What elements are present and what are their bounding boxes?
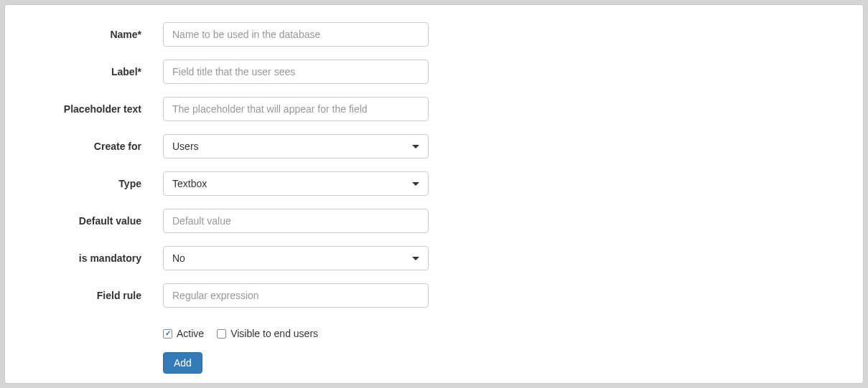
checkbox-row: Active Visible to end users bbox=[163, 328, 849, 339]
label-type: Type bbox=[19, 178, 163, 189]
type-value: Textbox bbox=[172, 178, 207, 189]
caret-down-icon bbox=[412, 145, 419, 148]
label-label: Label* bbox=[19, 66, 163, 77]
is-mandatory-select[interactable]: No bbox=[163, 246, 429, 270]
row-placeholder-text: Placeholder text bbox=[19, 97, 849, 121]
label-name: Name* bbox=[19, 29, 163, 40]
button-row: Add bbox=[163, 352, 849, 374]
add-button[interactable]: Add bbox=[163, 352, 202, 374]
row-name: Name* bbox=[19, 22, 849, 47]
row-default-value: Default value bbox=[19, 209, 849, 233]
label-input[interactable] bbox=[163, 60, 429, 84]
label-is-mandatory: is mandatory bbox=[19, 252, 163, 264]
row-is-mandatory: is mandatory No bbox=[19, 246, 849, 270]
row-field-rule: Field rule bbox=[19, 283, 849, 308]
name-input[interactable] bbox=[163, 22, 429, 47]
active-checkbox-item[interactable]: Active bbox=[163, 328, 204, 339]
row-type: Type Textbox bbox=[19, 171, 849, 196]
field-rule-input[interactable] bbox=[163, 283, 429, 308]
visible-checkbox[interactable] bbox=[217, 329, 226, 339]
active-checkbox[interactable] bbox=[163, 329, 172, 339]
row-label: Label* bbox=[19, 60, 849, 84]
label-placeholder-text: Placeholder text bbox=[19, 103, 163, 115]
label-default-value: Default value bbox=[19, 215, 163, 227]
visible-label: Visible to end users bbox=[230, 328, 318, 339]
visible-checkbox-item[interactable]: Visible to end users bbox=[217, 328, 318, 339]
label-create-for: Create for bbox=[19, 141, 163, 152]
caret-down-icon bbox=[412, 182, 419, 186]
label-field-rule: Field rule bbox=[19, 290, 163, 301]
form-panel: Name* Label* Placeholder text Create for… bbox=[4, 4, 864, 384]
row-create-for: Create for Users bbox=[19, 134, 849, 158]
create-for-select[interactable]: Users bbox=[163, 134, 429, 158]
type-select[interactable]: Textbox bbox=[163, 171, 429, 196]
create-for-value: Users bbox=[172, 141, 199, 152]
is-mandatory-value: No bbox=[172, 252, 185, 264]
default-value-input[interactable] bbox=[163, 209, 429, 233]
placeholder-text-input[interactable] bbox=[163, 97, 429, 121]
caret-down-icon bbox=[412, 257, 419, 260]
active-label: Active bbox=[177, 328, 204, 339]
